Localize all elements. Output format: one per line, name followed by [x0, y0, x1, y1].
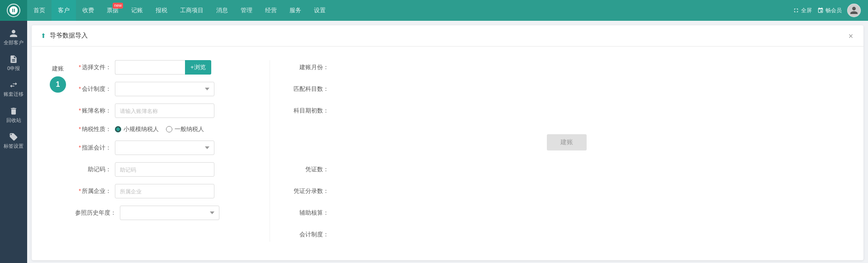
radio-general-input[interactable] [166, 126, 172, 132]
accounting-system-select[interactable] [115, 82, 214, 96]
radio-small-label: 小规模纳税人 [123, 125, 159, 133]
nav-item-tax[interactable]: 报税 [149, 0, 174, 21]
vip-label: 畅会员 [825, 7, 842, 14]
assign-accountant-row: *指派会计： [75, 141, 256, 155]
auxiliary-calc-label: 辅助核算： [288, 209, 329, 217]
file-icon [9, 55, 18, 64]
reference-year-row: 参照历史年度： [75, 206, 256, 220]
nav-item-management[interactable]: 管理 [234, 0, 259, 21]
build-month-row: 建账月份： [288, 60, 845, 75]
trash-icon [9, 107, 18, 116]
build-account-button[interactable]: 建账 [547, 134, 587, 150]
dialog-header: ⬆ 导爷数据导入 [32, 25, 863, 47]
auxiliary-calc-row: 辅助核算： [288, 206, 845, 220]
required-star-file: * [79, 64, 81, 70]
sidebar-label-all-clients: 全部客户 [4, 40, 24, 46]
avatar-icon [849, 6, 859, 15]
transfer-icon [9, 80, 18, 89]
vouchers-row: 凭证数： [288, 162, 845, 177]
close-button[interactable]: × [845, 31, 856, 42]
nav-item-bookkeeping[interactable]: 记账 [125, 0, 149, 21]
company-row: *所属企业： [75, 184, 256, 198]
ledger-name-row: *账簿名称： [75, 103, 256, 118]
tax-nature-label: *纳税性质： [75, 125, 111, 133]
nav-item-home[interactable]: 首页 [27, 0, 52, 21]
sidebar-item-label-settings[interactable]: 标签设置 [2, 129, 25, 153]
required-star-ln: * [79, 107, 81, 114]
step-indicator: 建账 1 [50, 60, 66, 242]
accounting-system-label: *会计制度： [75, 85, 111, 93]
form-grid: *选择文件： +浏览 *会计制度： [75, 60, 256, 242]
memo-code-input[interactable] [115, 162, 214, 177]
nav-item-operations[interactable]: 经营 [259, 0, 283, 21]
user-avatar[interactable] [847, 4, 861, 17]
match-subjects-row: 匹配科目数： [288, 82, 845, 96]
tax-nature-row: *纳税性质： 小规模纳税人 一般纳税人 [75, 125, 256, 133]
layout: 全部客户 0申报 账套迁移 回收站 标签设置 ⬆ 导爷数据导入 × [0, 21, 868, 263]
initial-subjects-row: 科目期初数： [288, 103, 845, 118]
initial-subjects-label: 科目期初数： [288, 107, 329, 115]
nav-item-invoices[interactable]: 票据 new [100, 0, 125, 21]
radio-general-label: 一般纳税人 [175, 125, 204, 133]
required-star-aa: * [79, 144, 81, 151]
file-input[interactable] [115, 60, 185, 75]
ledger-name-input[interactable] [115, 103, 214, 118]
nav-item-messages[interactable]: 消息 [210, 0, 234, 21]
company-input[interactable] [115, 184, 214, 198]
nav-item-services[interactable]: 服务 [283, 0, 308, 21]
build-month-label: 建账月份： [288, 63, 329, 71]
dialog-title: 导爷数据导入 [50, 32, 88, 40]
sidebar: 全部客户 0申报 账套迁移 回收站 标签设置 [0, 21, 27, 263]
step-label: 建账 [52, 65, 64, 73]
dialog-card: ⬆ 导爷数据导入 × 建账 1 [32, 25, 863, 260]
nav-right: 全屏 畅会员 [793, 4, 868, 17]
memo-code-row: 助记码： [75, 162, 256, 177]
radio-small-input[interactable] [115, 126, 121, 132]
right-accounting-system-row: 会计制度： [288, 227, 845, 242]
nav-items: 首页 客户 收费 票据 new 记账 报税 工商项目 消息 管理 经营 服务 设… [27, 0, 793, 21]
radio-general-taxpayer[interactable]: 一般纳税人 [166, 125, 204, 133]
required-star-as: * [79, 85, 81, 92]
step-circle: 1 [50, 76, 66, 93]
logo-svg [9, 5, 19, 15]
memo-code-label: 助记码： [75, 165, 111, 174]
file-input-group: +浏览 [115, 60, 211, 75]
main-content: ⬆ 导爷数据导入 × 建账 1 [27, 21, 868, 263]
sidebar-label-migration: 账套迁移 [4, 91, 24, 97]
sidebar-item-trash[interactable]: 回收站 [2, 103, 25, 127]
nav-item-business[interactable]: 工商项目 [174, 0, 210, 21]
reference-year-select[interactable] [120, 206, 219, 220]
browse-button[interactable]: +浏览 [185, 60, 211, 75]
nav-item-settings[interactable]: 设置 [308, 0, 332, 21]
sidebar-item-all-clients[interactable]: 全部客户 [2, 25, 25, 49]
form-section-left: 建账 1 *选择文件： +浏览 [50, 60, 256, 242]
nav-item-fees[interactable]: 收费 [76, 0, 100, 21]
vip-button[interactable]: 畅会员 [817, 7, 842, 14]
sidebar-label-trash: 回收站 [6, 117, 21, 123]
fullscreen-button[interactable]: 全屏 [793, 7, 812, 14]
voucher-entries-label: 凭证分录数： [288, 187, 329, 195]
fullscreen-label: 全屏 [801, 7, 812, 14]
fullscreen-icon [793, 7, 799, 14]
assign-accountant-select[interactable] [115, 141, 214, 155]
tag-icon [9, 132, 18, 141]
accounting-system-row: *会计制度： [75, 82, 256, 96]
ledger-name-label: *账簿名称： [75, 107, 111, 115]
sidebar-item-declaration[interactable]: 0申报 [2, 51, 25, 75]
top-nav: 首页 客户 收费 票据 new 记账 报税 工商项目 消息 管理 经营 服务 设… [0, 0, 868, 21]
reference-year-label: 参照历史年度： [75, 209, 116, 217]
company-label: *所属企业： [75, 187, 111, 195]
file-label: *选择文件： [75, 63, 111, 71]
logo [0, 0, 27, 21]
voucher-entries-row: 凭证分录数： [288, 184, 845, 198]
required-star-tn: * [79, 126, 81, 132]
radio-small-taxpayer[interactable]: 小规模纳税人 [115, 125, 159, 133]
vip-icon [817, 7, 824, 14]
tax-nature-radio-group: 小规模纳税人 一般纳税人 [115, 125, 204, 133]
person-icon [9, 29, 18, 38]
new-badge: new [113, 3, 123, 9]
nav-item-clients[interactable]: 客户 [52, 0, 76, 21]
sidebar-item-migration[interactable]: 账套迁移 [2, 77, 25, 101]
sidebar-label-label-settings: 标签设置 [4, 143, 24, 149]
logo-icon [7, 4, 20, 17]
